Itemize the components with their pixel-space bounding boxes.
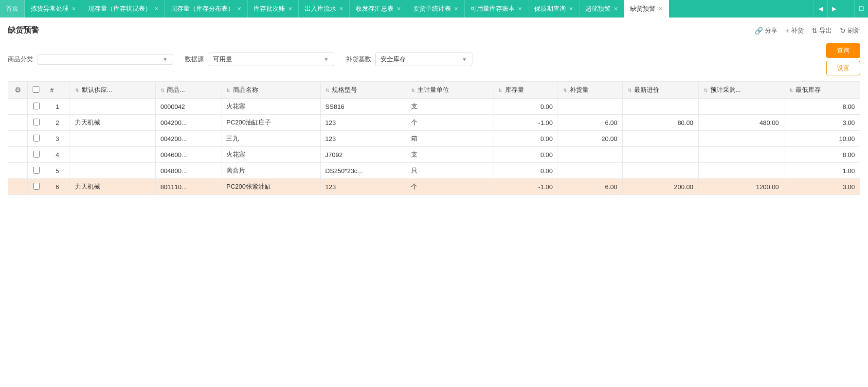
share-button[interactable]: 🔗 分享	[755, 26, 778, 35]
col-code[interactable]: ⇅ 商品...	[155, 82, 221, 99]
tab-batch-label: 库存批次账	[253, 4, 285, 13]
tab-collect-close[interactable]: ✕	[397, 6, 401, 12]
row-est-purchase-4	[698, 163, 784, 179]
tab-scroll-left[interactable]: ◀	[814, 0, 827, 18]
col-unit[interactable]: ⇅ 主计量单位	[406, 82, 493, 99]
share-icon: 🔗	[755, 27, 763, 35]
row-replenish-3	[558, 147, 622, 163]
tab-expire-close[interactable]: ✕	[569, 6, 573, 12]
row-spec-1: 123	[320, 115, 406, 131]
tab-short[interactable]: 缺货预警 ✕	[624, 0, 669, 18]
settings-button[interactable]: 设置	[826, 61, 860, 75]
tab-short-close[interactable]: ✕	[658, 6, 663, 12]
row-replenish-1: 6.00	[558, 115, 622, 131]
row-est-purchase-5: 1200.00	[698, 179, 784, 195]
sort-icon-name: ⇅	[226, 88, 230, 93]
row-checkbox-0[interactable]	[33, 103, 40, 109]
row-num-5: 6	[45, 179, 70, 195]
tab-collect[interactable]: 收发存汇总表 ✕	[350, 0, 407, 18]
tab-expire-label: 保质期查询	[534, 4, 566, 13]
row-spec-5: 123	[320, 179, 406, 195]
tab-expire[interactable]: 保质期查询 ✕	[528, 0, 579, 18]
row-checkbox-5[interactable]	[33, 183, 40, 190]
row-checkbox-4[interactable]	[33, 167, 40, 174]
replenish-button[interactable]: + 补货	[785, 26, 804, 35]
replenish-basis-select-value: 安全库存	[380, 55, 406, 64]
tab-inv2-close[interactable]: ✕	[237, 6, 241, 12]
col-last-price[interactable]: ⇅ 最新进价	[622, 82, 698, 99]
datasource-select-value: 可用量	[213, 55, 232, 64]
row-gear-0	[8, 99, 28, 115]
tab-minimize[interactable]: –	[841, 0, 854, 18]
col-check	[28, 82, 45, 99]
row-est-purchase-0	[698, 99, 784, 115]
row-last-price-1: 80.00	[622, 115, 698, 131]
tab-inv2[interactable]: 现存量（库存分布表） ✕	[165, 0, 248, 18]
row-spec-0: SS816	[320, 99, 406, 115]
row-check-1	[28, 115, 45, 131]
tab-over-label: 超储预警	[585, 4, 611, 13]
tab-inv1[interactable]: 现存量（库存状况表） ✕	[82, 0, 165, 18]
col-min-stock[interactable]: ⇅ 最低库存	[784, 82, 860, 99]
col-supplier[interactable]: ⇅ 默认供应...	[70, 82, 155, 99]
col-name[interactable]: ⇅ 商品名称	[221, 82, 320, 99]
tab-exc-label: 拣货异常处理	[31, 4, 69, 13]
col-min-stock-label: 最低库存	[796, 86, 821, 93]
tab-bar: 首页 拣货异常处理 ✕ 现存量（库存状况表） ✕ 现存量（库存分布表） ✕ 库存…	[0, 0, 868, 18]
tab-inout[interactable]: 出入库流水 ✕	[299, 0, 350, 18]
tab-inv1-close[interactable]: ✕	[154, 6, 159, 12]
row-replenish-4	[558, 163, 622, 179]
refresh-button[interactable]: ↻ 刷新	[840, 26, 860, 35]
tab-avail-close[interactable]: ✕	[518, 6, 522, 12]
row-est-purchase-2	[698, 131, 784, 147]
row-min-stock-0: 8.00	[784, 99, 860, 115]
row-gear-4	[8, 163, 28, 179]
category-select-arrow: ▼	[163, 56, 168, 62]
tab-over[interactable]: 超储预警 ✕	[579, 0, 624, 18]
row-min-stock-4: 1.00	[784, 163, 860, 179]
col-replenish[interactable]: ⇅ 补货量	[558, 82, 622, 99]
col-spec[interactable]: ⇅ 规格型号	[320, 82, 406, 99]
replenish-icon: +	[785, 27, 789, 35]
tab-scroll-right[interactable]: ▶	[827, 0, 841, 18]
tab-over-close[interactable]: ✕	[614, 6, 618, 12]
row-stock-3: 0.00	[493, 147, 558, 163]
select-all-checkbox[interactable]	[33, 86, 39, 93]
col-stock[interactable]: ⇅ 库存量	[493, 82, 558, 99]
table-row: 4 004600... 火花塞 J7092 支 0.00 8.00	[8, 147, 860, 163]
export-icon: ⇅	[812, 27, 817, 35]
row-checkbox-1[interactable]	[33, 119, 40, 125]
query-button[interactable]: 查询	[826, 43, 860, 58]
row-unit-1: 个	[406, 115, 493, 131]
tab-batch-close[interactable]: ✕	[288, 6, 292, 12]
tab-inout-close[interactable]: ✕	[339, 6, 344, 12]
row-checkbox-2[interactable]	[33, 135, 40, 141]
datasource-select-arrow: ▼	[324, 56, 329, 62]
tab-order[interactable]: 要货单统计表 ✕	[407, 0, 465, 18]
datasource-select[interactable]: 可用量 ▼	[208, 53, 334, 66]
table-row: 6 力天机械 801110... PC200张紧油缸 123 个 -1.00 6…	[8, 179, 860, 195]
row-est-purchase-1: 480.00	[698, 115, 784, 131]
col-est-purchase[interactable]: ⇅ 预计采购...	[698, 82, 784, 99]
row-name-5: PC200张紧油缸	[221, 179, 320, 195]
tab-home[interactable]: 首页	[0, 0, 25, 18]
row-check-2	[28, 131, 45, 147]
row-code-4: 004800...	[155, 163, 221, 179]
tab-batch[interactable]: 库存批次账 ✕	[248, 0, 299, 18]
col-supplier-label: 默认供应...	[82, 86, 112, 93]
tab-avail[interactable]: 可用量库存账本 ✕	[465, 0, 528, 18]
row-supplier-0	[70, 99, 155, 115]
row-checkbox-3[interactable]	[33, 151, 40, 158]
gear-settings-icon[interactable]: ⚙	[13, 86, 22, 94]
sort-icon-replenish: ⇅	[563, 88, 567, 93]
tab-maximize[interactable]: ☐	[854, 0, 868, 18]
replenish-basis-select[interactable]: 安全库存 ▼	[375, 53, 472, 66]
tab-exc[interactable]: 拣货异常处理 ✕	[25, 0, 82, 18]
export-button[interactable]: ⇅ 导出	[812, 26, 832, 35]
category-select[interactable]: ▼	[37, 54, 173, 65]
row-name-4: 离合片	[221, 163, 320, 179]
row-stock-0: 0.00	[493, 99, 558, 115]
tab-order-close[interactable]: ✕	[454, 6, 458, 12]
row-name-0: 火花塞	[221, 99, 320, 115]
tab-exc-close[interactable]: ✕	[72, 6, 76, 12]
